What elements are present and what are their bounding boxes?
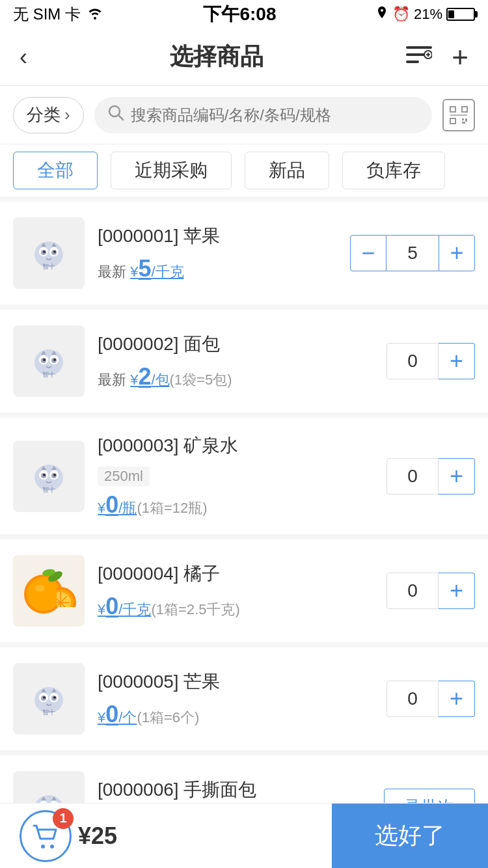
svg-rect-2 — [406, 61, 419, 63]
qty-control: + — [386, 681, 475, 717]
qty-input[interactable] — [386, 573, 439, 609]
product-name: [0000002] 面包 — [98, 332, 373, 357]
qty-control: − + — [350, 235, 475, 271]
alarm-icon: ⏰ — [392, 6, 410, 23]
category-button[interactable]: 分类 › — [13, 97, 84, 133]
svg-rect-14 — [462, 122, 465, 124]
product-info: [0000003] 矿泉水 250ml ¥0/瓶(1箱=12瓶) — [98, 433, 373, 519]
svg-line-7 — [118, 115, 123, 120]
cart-badge: 1 — [53, 808, 74, 829]
product-info: [0000004] 橘子 ¥0/千克(1箱=2.5千克) — [98, 562, 373, 620]
svg-rect-13 — [465, 118, 467, 122]
product-name: [0000006] 手撕面包 — [98, 778, 371, 802]
svg-point-59 — [53, 696, 56, 699]
product-info: [0000001] 苹果 最新 ¥5/千克 — [98, 224, 337, 282]
owl-logo-icon: 智十 — [26, 230, 72, 276]
svg-point-29 — [53, 359, 56, 361]
product-price: 最新 ¥2/包(1袋=5包) — [98, 363, 373, 390]
svg-rect-8 — [450, 107, 455, 112]
owl-logo-icon: 智十 — [26, 454, 72, 499]
filter-icon[interactable] — [406, 42, 432, 72]
cart-section: 1 ¥25 — [0, 810, 332, 862]
qty-minus-button[interactable]: − — [350, 235, 386, 271]
nav-actions: + — [406, 41, 468, 74]
product-thumbnail: 智十 — [13, 441, 85, 512]
status-time: 下午6:08 — [203, 2, 276, 27]
svg-rect-10 — [450, 118, 455, 124]
carrier-label: 无 SIM 卡 — [13, 4, 81, 25]
add-icon[interactable]: + — [452, 41, 468, 74]
page-title: 选择商品 — [170, 41, 264, 73]
qty-input[interactable] — [386, 681, 439, 717]
status-right: ⏰ 21% — [375, 5, 475, 23]
qty-input[interactable] — [386, 235, 439, 271]
latest-label: 最新 — [98, 264, 130, 280]
list-item: 智十 [0000005] 芒果 ¥0/个(1箱=6个) + — [0, 647, 488, 755]
product-info: [0000002] 面包 最新 ¥2/包(1袋=5包) — [98, 332, 373, 390]
battery-percent: 21% — [414, 6, 442, 23]
tangerine-image — [16, 558, 81, 623]
wifi-icon — [86, 5, 104, 23]
tab-recent[interactable]: 近期采购 — [111, 152, 232, 189]
battery-icon — [446, 8, 475, 21]
back-button[interactable]: ‹ — [20, 44, 27, 71]
svg-point-28 — [43, 359, 46, 361]
product-name: [0000005] 芒果 — [98, 670, 373, 694]
status-left: 无 SIM 卡 — [13, 4, 104, 25]
svg-point-70 — [50, 845, 54, 848]
qty-plus-button[interactable]: + — [439, 681, 475, 717]
list-item: [0000004] 橘子 ¥0/千克(1箱=2.5千克) + — [0, 539, 488, 647]
category-arrow: › — [64, 105, 70, 125]
svg-point-69 — [41, 845, 45, 848]
tab-row: 全部 近期采购 新品 负库存 — [0, 144, 488, 202]
svg-point-36 — [43, 474, 46, 476]
product-price: 最新 ¥5/千克 — [98, 255, 337, 282]
product-thumbnail: 智十 — [13, 325, 85, 397]
location-icon — [375, 5, 388, 23]
search-icon — [107, 104, 124, 126]
tab-new[interactable]: 新品 — [245, 152, 329, 189]
svg-text:智十: 智十 — [42, 486, 55, 493]
qty-plus-button[interactable]: + — [439, 343, 475, 379]
svg-text:智十: 智十 — [42, 371, 55, 378]
scan-icon[interactable] — [442, 99, 475, 131]
qty-plus-button[interactable]: + — [439, 573, 475, 609]
qty-control: + — [386, 343, 475, 379]
owl-logo-icon: 智十 — [26, 676, 72, 722]
product-price: ¥0/千克(1箱=2.5千克) — [98, 593, 373, 620]
nav-bar: ‹ 选择商品 + — [0, 29, 488, 86]
qty-input[interactable] — [386, 458, 439, 495]
tab-negative[interactable]: 负库存 — [342, 152, 445, 189]
filter-row: 分类 › — [0, 86, 488, 144]
svg-text:智十: 智十 — [42, 709, 55, 716]
qty-control: + — [386, 573, 475, 609]
list-item: 智十 [0000002] 面包 最新 ¥2/包(1袋=5包) + — [0, 310, 488, 418]
product-name: [0000004] 橘子 — [98, 562, 373, 586]
product-thumbnail: 智十 — [13, 663, 85, 735]
svg-rect-0 — [406, 46, 432, 49]
confirm-button[interactable]: 选好了 — [332, 804, 488, 869]
product-price: ¥0/瓶(1箱=12瓶) — [98, 491, 373, 519]
product-spec: 250ml — [98, 467, 150, 486]
product-thumbnail: 智十 — [13, 217, 85, 289]
qty-control: + — [386, 458, 475, 495]
list-item: 智十 [0000003] 矿泉水 250ml ¥0/瓶(1箱=12瓶) + — [0, 418, 488, 539]
qty-plus-button[interactable]: + — [439, 235, 475, 271]
svg-rect-1 — [406, 53, 426, 56]
search-input[interactable] — [131, 106, 419, 124]
category-label: 分类 — [27, 103, 61, 126]
svg-point-58 — [43, 696, 46, 699]
status-bar: 无 SIM 卡 下午6:08 ⏰ 21% — [0, 0, 488, 29]
svg-point-41 — [27, 577, 61, 611]
svg-point-37 — [53, 474, 56, 476]
tab-all[interactable]: 全部 — [13, 152, 98, 189]
svg-text:智十: 智十 — [42, 263, 55, 270]
qty-input[interactable] — [386, 343, 439, 379]
svg-rect-12 — [462, 118, 464, 120]
product-thumbnail — [13, 555, 85, 627]
qty-plus-button[interactable]: + — [439, 458, 475, 495]
cart-icon-wrap[interactable]: 1 — [20, 810, 72, 862]
product-list: 智十 [0000001] 苹果 最新 ¥5/千克 − + — [0, 202, 488, 868]
bottom-bar: 1 ¥25 选好了 — [0, 803, 488, 868]
product-name: [0000003] 矿泉水 — [98, 433, 373, 458]
